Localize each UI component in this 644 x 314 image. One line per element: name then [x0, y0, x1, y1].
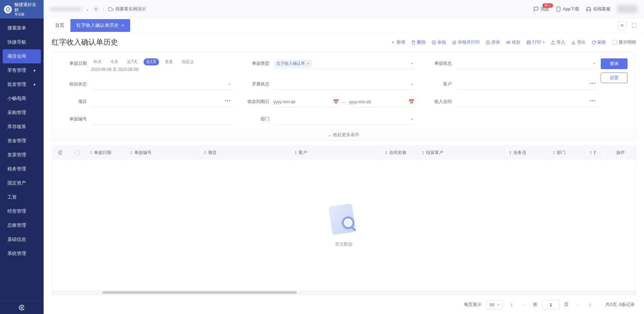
invoice-status-select[interactable]: [273, 79, 415, 90]
col-settle-customer[interactable]: ▲▼结算客户: [418, 146, 505, 159]
tab-home[interactable]: 首页: [49, 19, 70, 32]
calendar-icon[interactable]: 📅: [333, 99, 339, 104]
sidebar-item-funds[interactable]: 资金管理: [0, 134, 44, 148]
chevron-down-icon[interactable]: ⌄: [410, 60, 414, 65]
tab-current[interactable]: 红字收入确认单历史 ×: [70, 19, 130, 32]
sidebar-item-business[interactable]: 经营管理: [0, 204, 44, 218]
sidebar-item-basic-info[interactable]: 基础信息: [0, 232, 44, 247]
app-download-button[interactable]: App下载: [556, 6, 579, 12]
sidebar-item-purchase[interactable]: 采购管理: [0, 106, 44, 120]
fullscreen-button[interactable]: ⛶: [630, 21, 639, 30]
doc-type-tag[interactable]: 红字收入确认单 ×: [273, 60, 313, 67]
date-pill-today[interactable]: 今天: [108, 58, 121, 65]
more-icon[interactable]: •••: [590, 81, 596, 86]
col-salesman[interactable]: ▲▼业务员: [505, 146, 548, 159]
delete-button[interactable]: 删除: [411, 39, 426, 45]
first-page-button[interactable]: ⟪: [507, 301, 516, 309]
last-page-button[interactable]: ⟫: [586, 301, 594, 309]
export-button[interactable]: 导出: [571, 39, 586, 45]
demo-link[interactable]: 我要看实例演示: [108, 6, 146, 12]
table-body: 暂无数据: [52, 159, 636, 290]
sidebar-item-inventory[interactable]: 库存核算: [0, 120, 44, 134]
support-button[interactable]: 在线客服: [586, 6, 610, 12]
more-icon[interactable]: •••: [590, 99, 596, 103]
doc-status-select[interactable]: [456, 58, 597, 69]
income-contract-input[interactable]: [456, 97, 597, 107]
collapse-filters-button[interactable]: ︽收起更多条件: [52, 129, 636, 141]
doc-code-input[interactable]: [91, 114, 232, 125]
sidebar-item-shortcut[interactable]: 快捷导航: [0, 35, 44, 49]
more-icon[interactable]: •••: [225, 99, 231, 103]
refresh-button[interactable]: 刷新: [592, 39, 606, 45]
date-pill-custom[interactable]: 自定义: [179, 58, 197, 65]
sidebar-item-invoice[interactable]: 发票管理: [0, 148, 44, 162]
chevron-down-icon[interactable]: ⌄: [410, 116, 414, 121]
date-from-input[interactable]: [273, 97, 339, 107]
date-pill-more[interactable]: 更多: [162, 58, 176, 65]
messages-button[interactable]: 消息 99 +: [533, 6, 549, 12]
col-doc-code[interactable]: ▲▼单据编号: [126, 146, 200, 159]
import-button[interactable]: 导入: [551, 39, 565, 45]
sidebar-item-wholesale[interactable]: 批发管理▼: [0, 77, 44, 92]
scrollbar-thumb[interactable]: [102, 291, 297, 294]
chevron-down-icon[interactable]: ⌄: [86, 7, 89, 12]
col-partial[interactable]: ▲▼扌: [585, 146, 602, 159]
audit-print-button[interactable]: 审核并打印: [452, 39, 480, 45]
close-icon[interactable]: ×: [121, 23, 124, 28]
sidebar-item-search[interactable]: 搜索菜单: [0, 21, 44, 35]
calendar-icon[interactable]: 📅: [409, 99, 414, 104]
date-to-input[interactable]: [349, 97, 415, 107]
sidebar-item-fixed-asset[interactable]: 固定资产: [0, 176, 44, 190]
print-button[interactable]: 打印: [527, 39, 545, 45]
date-pill-yesterday[interactable]: 昨天: [91, 58, 104, 65]
settings-button[interactable]: 设置: [601, 72, 628, 83]
user-avatar[interactable]: [617, 5, 637, 13]
sidebar-item-project-contract[interactable]: 项目合同: [3, 49, 41, 63]
receive-status-select[interactable]: [91, 79, 232, 90]
col-contract[interactable]: ▲▼合同名称: [381, 146, 418, 159]
col-dept[interactable]: ▲▼部门: [548, 146, 585, 159]
column-settings-button[interactable]: [52, 146, 69, 159]
sidebar-item-ledger[interactable]: 总账管理: [0, 218, 44, 232]
printer-check-icon: [452, 40, 457, 45]
query-button[interactable]: 查询: [601, 58, 628, 69]
chevron-down-icon[interactable]: ⌄: [593, 60, 596, 65]
page-number-input[interactable]: [542, 300, 559, 309]
filter-panel: 单据日期 昨天 今天 近7天 近1月 更多 自定义 2023-05-06 至 2…: [52, 52, 636, 141]
customer-input[interactable]: [456, 79, 597, 90]
sidebar-item-salary[interactable]: 工资: [0, 190, 44, 204]
chevron-down-icon[interactable]: ⌄: [410, 81, 414, 86]
sidebar-item-ecommerce[interactable]: 小畅电商: [0, 92, 44, 106]
col-doc-date[interactable]: ▲▼单据日期: [86, 146, 126, 159]
chevron-down-icon: ▼: [33, 83, 36, 87]
date-pill-7days[interactable]: 近7天: [124, 58, 140, 65]
dept-select[interactable]: [273, 114, 415, 125]
svg-point-0: [21, 307, 23, 308]
prev-page-button[interactable]: ‹: [520, 301, 528, 309]
discard-audit-button[interactable]: 弃审: [486, 39, 500, 45]
col-customer[interactable]: ▲▼客户: [290, 146, 381, 159]
select-all-checkbox[interactable]: [69, 146, 86, 159]
sidebar-item-retail[interactable]: 零售管理▼: [0, 63, 44, 77]
sidebar-item-system[interactable]: 系统管理: [0, 247, 44, 261]
show-detail-checkbox[interactable]: 显示明细: [612, 39, 636, 45]
close-all-tabs-button[interactable]: ✕: [618, 21, 627, 30]
org-selector[interactable]: XXXXXXXXXX: [50, 6, 82, 12]
project-input[interactable]: [91, 97, 232, 107]
horizontal-scrollbar[interactable]: [52, 290, 636, 295]
receive-button[interactable]: 收款: [506, 39, 521, 45]
sidebar-menu: 搜索菜单 快捷导航 项目合同 零售管理▼ 批发管理▼ 小畅电商 采购管理 库存核…: [0, 18, 44, 301]
next-page-button[interactable]: ›: [573, 301, 581, 309]
per-page-select[interactable]: 50: [486, 300, 503, 309]
remove-tag-icon[interactable]: ×: [307, 61, 309, 66]
brand-logo[interactable]: 畅捷通好业财 专业版: [0, 0, 44, 18]
gear-icon[interactable]: [93, 6, 99, 12]
sidebar-item-tax[interactable]: 税务管理: [0, 162, 44, 176]
filter-project: 项目 •••: [60, 97, 232, 107]
audit-button[interactable]: 审核: [432, 39, 446, 45]
new-button[interactable]: ＋新增: [391, 39, 405, 45]
chevron-down-icon[interactable]: ⌄: [228, 81, 231, 86]
col-project[interactable]: ▲▼项目: [200, 146, 290, 159]
date-pill-1month[interactable]: 近1月: [144, 58, 159, 65]
sidebar-settings[interactable]: [0, 301, 44, 314]
